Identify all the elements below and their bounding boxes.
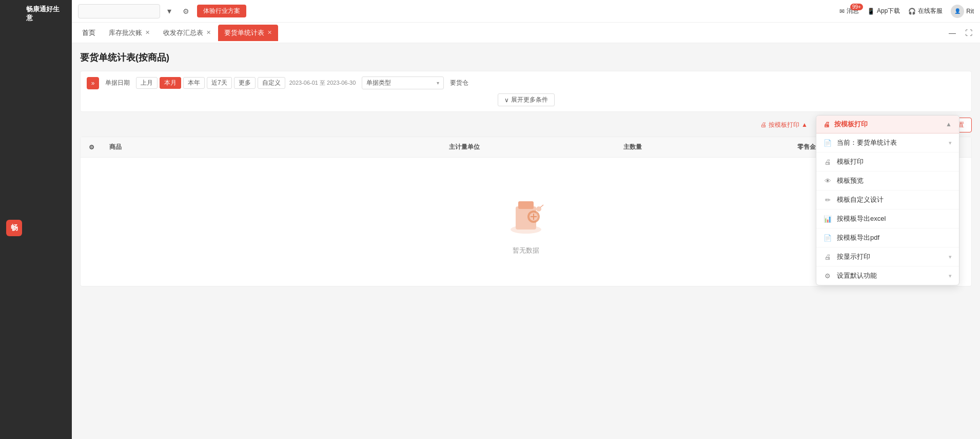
tab-order-stats[interactable]: 要货单统计表 ✕ (218, 25, 278, 41)
template-pdf-label: 按模板导出pdf (837, 233, 952, 242)
expand-icon: ∨ (504, 97, 509, 104)
avatar: 👤 (951, 5, 964, 18)
tab-close-inventory-batch[interactable]: ✕ (145, 29, 150, 36)
app-download-label: App下载 (877, 7, 900, 15)
col-qty: 主数量 (619, 143, 793, 151)
template-custom-label: 模板自定义设计 (837, 195, 952, 204)
template-preview-label: 模板预览 (837, 176, 952, 185)
dropdown-title: 按模板打印 (834, 120, 868, 129)
template-excel-label: 按模板导出excel (837, 214, 952, 223)
current-icon: 📄 (824, 139, 832, 147)
date-label: 单据日期 (105, 79, 130, 87)
default-func-icon: ⚙ (824, 272, 832, 280)
message-badge: 99+ (850, 4, 863, 10)
page-title: 要货单统计表(按商品) (80, 51, 972, 64)
app-download-btn[interactable]: 📱 App下载 (867, 7, 900, 15)
col-settings[interactable]: ⚙ (85, 144, 105, 151)
message-icon: ✉ (839, 8, 845, 15)
tab-inventory-batch[interactable]: 库存批次账 ✕ (103, 25, 156, 41)
tabs-bar: 首页 库存批次账 ✕ 收发存汇总表 ✕ 要货单统计表 ✕ — ⛶ (72, 23, 980, 43)
print-label: 按模板打印 (769, 121, 799, 129)
template-excel-icon: 📊 (824, 215, 832, 223)
template-print-label: 模板打印 (837, 157, 952, 166)
custom-btn[interactable]: 自定义 (258, 77, 285, 89)
topbar-dropdown-btn[interactable]: ▾ (164, 4, 174, 18)
tabs-minimize-btn[interactable]: — (945, 26, 959, 40)
svg-rect-2 (518, 201, 534, 209)
dropdown-default-func[interactable]: ⚙ 设置默认功能 ▾ (816, 266, 959, 285)
template-pdf-icon: 📄 (824, 234, 832, 242)
tab-label: 收发存汇总表 (163, 28, 203, 37)
tab-label: 库存批次账 (109, 28, 142, 37)
expand-more-label: 展开更多条件 (511, 96, 548, 104)
empty-text: 暂无数据 (513, 246, 539, 255)
svg-line-8 (540, 205, 543, 207)
filter-toggle-btn[interactable]: » (87, 77, 99, 89)
sidebar: 畅 畅康通好生意 标准版 ▲ 🔍 搜索菜单 ⚡ 快捷导航 📢 营销推广 💰 销售… (0, 0, 72, 439)
type-select[interactable]: 单据类型 ▾ (362, 77, 444, 89)
dropdown-current[interactable]: 📄 当前：要货单统计表 ▾ (816, 133, 959, 152)
empty-illustration (500, 188, 552, 240)
tabs-maximize-btn[interactable]: ⛶ (962, 26, 976, 40)
topbar-gear-btn[interactable]: ⚙ (179, 4, 193, 18)
goods-label: 要货仓 (450, 79, 468, 87)
online-service-btn[interactable]: 🎧 在线客服 (908, 7, 943, 15)
dropdown-template-pdf[interactable]: 📄 按模板导出pdf (816, 228, 959, 247)
dropdown-display-print[interactable]: 🖨 按显示打印 ▾ (816, 247, 959, 266)
topbar-right: ✉ 消息 99+ 📱 App下载 🎧 在线客服 👤 Rit (839, 5, 974, 18)
experience-btn[interactable]: 体验行业方案 (197, 5, 246, 17)
col-product: 商品 (105, 143, 445, 151)
current-month-btn[interactable]: 本月 (160, 77, 181, 89)
filter-row-1: » 单据日期 上月 本月 本年 近7天 更多 自定义 2023-06-01 至 … (87, 77, 965, 89)
message-btn[interactable]: ✉ 消息 99+ (839, 7, 859, 15)
dropdown-template-print[interactable]: 🖨 模板打印 (816, 152, 959, 171)
tab-close-order-stats[interactable]: ✕ (267, 29, 272, 36)
print-btn[interactable]: 🖨 按模板打印 ▲ (756, 119, 812, 131)
filter-bar: » 单据日期 上月 本月 本年 近7天 更多 自定义 2023-06-01 至 … (80, 71, 972, 112)
home-tab-label: 首页 (82, 28, 95, 37)
dropdown-print-icon: 🖨 (824, 121, 830, 128)
type-select-label: 单据类型 (366, 79, 391, 87)
online-service-label: 在线客服 (918, 7, 943, 15)
default-func-label: 设置默认功能 (837, 271, 944, 280)
print-dropdown-menu: 🖨 按模板打印 ▲ 📄 当前：要货单统计表 ▾ 🖨 模板打印 👁 模板预览 (816, 115, 959, 285)
dropdown-collapse-icon: ▲ (946, 121, 952, 128)
tab-close-receipt-summary[interactable]: ✕ (206, 29, 211, 36)
display-print-arrow: ▾ (949, 254, 952, 260)
date-range-text: 2023-06-01 至 2023-06-30 (289, 79, 356, 87)
date-buttons: 上月 本月 本年 近7天 更多 自定义 2023-06-01 至 2023-06… (136, 77, 356, 89)
topbar-search-input[interactable] (78, 4, 160, 18)
tabs-right-controls: — ⛶ (945, 26, 976, 40)
prev-month-btn[interactable]: 上月 (136, 77, 158, 89)
app-logo: 畅 畅康通好生意 标准版 (0, 0, 72, 439)
app-name: 畅康通好生意 (26, 5, 66, 439)
tab-label: 要货单统计表 (224, 28, 264, 37)
dropdown-header[interactable]: 🖨 按模板打印 ▲ (816, 116, 959, 133)
this-year-btn[interactable]: 本年 (183, 77, 205, 89)
template-preview-icon: 👁 (824, 177, 832, 185)
tab-home[interactable]: 首页 (76, 25, 102, 41)
main-area: ▾ ⚙ 体验行业方案 ✉ 消息 99+ 📱 App下载 🎧 在线客服 👤 Rit (72, 0, 980, 439)
template-print-icon: 🖨 (824, 158, 832, 166)
current-label: 当前：要货单统计表 (837, 138, 944, 147)
print-arrow: ▲ (801, 121, 808, 128)
user-name: Rit (966, 8, 974, 15)
dropdown-template-custom[interactable]: ✏ 模板自定义设计 (816, 190, 959, 209)
tab-receipt-summary[interactable]: 收发存汇总表 ✕ (157, 25, 217, 41)
display-print-icon: 🖨 (824, 253, 832, 261)
service-icon: 🎧 (908, 8, 916, 15)
recent7-btn[interactable]: 近7天 (207, 77, 232, 89)
dropdown-template-excel[interactable]: 📊 按模板导出excel (816, 209, 959, 228)
user-avatar[interactable]: 👤 Rit (951, 5, 974, 18)
expand-more-row: ∨ 展开更多条件 (87, 93, 965, 106)
type-select-arrow: ▾ (437, 80, 439, 86)
current-arrow: ▾ (949, 140, 952, 146)
more-btn[interactable]: 更多 (234, 77, 256, 89)
page-content: 要货单统计表(按商品) » 单据日期 上月 本月 本年 近7天 更多 自定义 2… (72, 43, 980, 439)
topbar: ▾ ⚙ 体验行业方案 ✉ 消息 99+ 📱 App下载 🎧 在线客服 👤 Rit (72, 0, 980, 23)
expand-more-btn[interactable]: ∨ 展开更多条件 (498, 93, 555, 106)
dropdown-template-preview[interactable]: 👁 模板预览 (816, 171, 959, 190)
app-download-icon: 📱 (867, 8, 875, 15)
print-icon: 🖨 (760, 121, 767, 128)
display-print-label: 按显示打印 (837, 252, 944, 261)
